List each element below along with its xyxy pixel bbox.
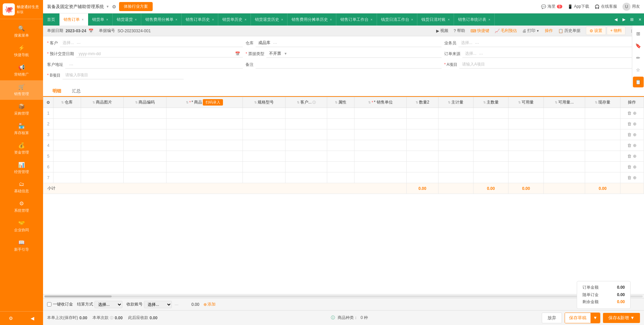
cell-row7-col11[interactable] xyxy=(508,172,543,183)
cell-row3-col0[interactable] xyxy=(53,129,81,140)
sidebar-settings-icon[interactable]: ⚙ xyxy=(9,316,13,321)
app-download-item[interactable]: 📱 App下载 xyxy=(568,4,589,9)
save-draft-arrow-button[interactable]: ▼ xyxy=(591,313,600,323)
cell-row6-col12[interactable] xyxy=(543,162,585,172)
cell-row6-col6[interactable] xyxy=(327,162,354,172)
delete-icon[interactable]: 🗑 xyxy=(627,111,632,116)
cell-row4-col11[interactable] xyxy=(508,140,543,151)
cell-row6-col11[interactable] xyxy=(508,162,543,172)
cell-row5-col10[interactable] xyxy=(473,151,508,162)
sidebar-item-basicinfo[interactable]: 🗂 基础信息 xyxy=(0,178,43,197)
delete-icon[interactable]: 🗑 xyxy=(627,143,632,148)
delete-icon[interactable]: 🗑 xyxy=(627,121,632,126)
cell-row1-col10[interactable] xyxy=(473,108,508,119)
tab-home[interactable]: 首页 xyxy=(43,13,60,26)
save-new-button[interactable]: 保存&新增 ▼ xyxy=(603,313,640,323)
cell-row5-col9[interactable] xyxy=(438,151,473,162)
tab-return-history[interactable]: 销货退货历史 × xyxy=(251,13,288,26)
toolbar-operation[interactable]: 操作 xyxy=(545,28,553,34)
cell-row3-col8[interactable] xyxy=(407,129,438,140)
cell-row7-col8[interactable] xyxy=(407,172,438,183)
cell-row6-col7[interactable] xyxy=(354,162,407,172)
cell-row7-col1[interactable] xyxy=(81,172,123,183)
cell-row2-col1[interactable] xyxy=(81,119,123,129)
tab-sales-workbench[interactable]: 销售订单工作台 × xyxy=(336,13,377,26)
delivery-calendar-icon[interactable]: 📅 xyxy=(235,51,240,56)
toolbar-print[interactable]: 🖨 打印 ▼ xyxy=(522,28,539,34)
sort-icon-cust[interactable]: ⇅ xyxy=(297,101,300,104)
cell-row7-col12[interactable] xyxy=(543,172,585,183)
sort-icon-main-unit[interactable]: ⇅ xyxy=(448,101,451,104)
toolbar-view[interactable]: ▶ 视频 xyxy=(436,28,448,34)
sidebar-item-purchase[interactable]: 📦 采购管理 xyxy=(0,100,43,119)
sidebar-item-system[interactable]: ⚙ 系统管理 xyxy=(0,197,43,216)
cell-row2-col4[interactable] xyxy=(243,119,286,129)
cell-row2-col8[interactable] xyxy=(407,119,438,129)
cell-row2-col11[interactable] xyxy=(508,119,543,129)
solution-button[interactable]: 体验行业方案 xyxy=(119,2,153,11)
tab-sales-order[interactable]: 销售订单 × xyxy=(60,13,88,26)
cell-row5-col5[interactable] xyxy=(286,151,327,162)
scrollbar-thumb[interactable] xyxy=(44,295,112,297)
cell-row2-col6[interactable] xyxy=(327,119,354,129)
online-service-item[interactable]: 🎧 在线客服 xyxy=(595,4,617,9)
cell-row6-col8[interactable] xyxy=(407,162,438,172)
cell-row4-col4[interactable] xyxy=(243,140,286,151)
tab-close-sales-goods[interactable]: × xyxy=(106,18,108,22)
sort-icon-warehouse[interactable]: ⇅ xyxy=(61,101,64,104)
sort-icon-main-qty[interactable]: ⇅ xyxy=(483,101,486,104)
gear-icon[interactable]: ⚙ xyxy=(46,100,50,105)
tab-sales-order-history[interactable]: 销售订单历史 × xyxy=(182,13,218,26)
tab-daily-reconcile[interactable]: 钱货日清对账 × xyxy=(417,13,454,26)
cell-row1-col1[interactable] xyxy=(81,108,123,119)
cell-row1-col6[interactable] xyxy=(327,108,354,119)
copy-icon[interactable]: ⊕ xyxy=(633,143,637,148)
cell-row2-col5[interactable] xyxy=(286,119,327,129)
sort-icon-avail[interactable]: ⇅ xyxy=(518,101,521,104)
cell-row6-col3[interactable] xyxy=(166,162,242,172)
cell-row1-col12[interactable] xyxy=(543,108,585,119)
cell-row2-col14[interactable]: 🗑⊕ xyxy=(620,119,644,129)
delete-icon[interactable]: 🗑 xyxy=(627,164,632,169)
tab-close-history2[interactable]: × xyxy=(244,18,247,22)
cell-row6-col4[interactable] xyxy=(243,162,286,172)
cell-row4-col5[interactable] xyxy=(286,140,327,151)
detail-tab-summary[interactable]: 汇总 xyxy=(67,86,86,97)
scan-button[interactable]: 扫码录入 xyxy=(203,99,223,106)
sidebar-item-sales[interactable]: 🛒 销售管理 xyxy=(0,80,43,100)
cell-row3-col11[interactable] xyxy=(508,129,543,140)
tab-close-sales-return[interactable]: × xyxy=(135,18,137,22)
cell-row4-col12[interactable] xyxy=(543,140,585,151)
order-source-dots-icon[interactable]: ··· xyxy=(479,51,483,56)
sort-icon-attr[interactable]: ⇅ xyxy=(335,101,338,104)
cell-row7-col5[interactable] xyxy=(286,172,327,183)
cell-row6-col13[interactable] xyxy=(585,162,620,172)
customer-input[interactable]: 选择... ··· xyxy=(60,39,243,47)
sort-icon-code[interactable]: ⇅ xyxy=(135,101,138,104)
cell-row7-col4[interactable] xyxy=(243,172,286,183)
copy-icon[interactable]: ⊕ xyxy=(633,111,637,116)
tab-close-history1[interactable]: × xyxy=(212,18,214,22)
sidebar-item-cooperation[interactable]: 🤝 企业协同 xyxy=(0,216,43,236)
customer-address-dots-icon[interactable]: ··· xyxy=(69,62,73,67)
delete-icon[interactable]: 🗑 xyxy=(627,175,632,180)
sidebar-item-search[interactable]: 🔍 搜索菜单 xyxy=(0,22,43,41)
cell-row1-col4[interactable] xyxy=(243,108,286,119)
right-panel-icon-2[interactable]: 🔖 xyxy=(633,40,644,51)
one-key-checkout-checkbox[interactable]: 一键收订金 xyxy=(47,301,73,307)
cell-row4-col1[interactable] xyxy=(81,140,123,151)
tab-sales-return[interactable]: 销货退货 × xyxy=(113,13,141,26)
cell-row7-col13[interactable] xyxy=(585,172,620,183)
cell-row5-col3[interactable] xyxy=(166,151,242,162)
detail-tab-detail[interactable]: 明细 xyxy=(47,86,67,97)
tab-prev-btn[interactable]: ◀ xyxy=(612,13,620,26)
cell-row7-col6[interactable] xyxy=(327,172,354,183)
cell-row1-col3[interactable] xyxy=(166,108,242,119)
cell-row2-col7[interactable] xyxy=(354,119,407,129)
system-title-dropdown-icon[interactable]: ▼ xyxy=(106,5,109,8)
cell-row3-col9[interactable] xyxy=(438,129,473,140)
user-avatar-item[interactable]: U 用友 xyxy=(622,3,640,11)
cell-row5-col11[interactable] xyxy=(508,151,543,162)
cell-row2-col3[interactable] xyxy=(166,119,242,129)
tab-goods-history[interactable]: 销货单历史 × xyxy=(218,13,251,26)
